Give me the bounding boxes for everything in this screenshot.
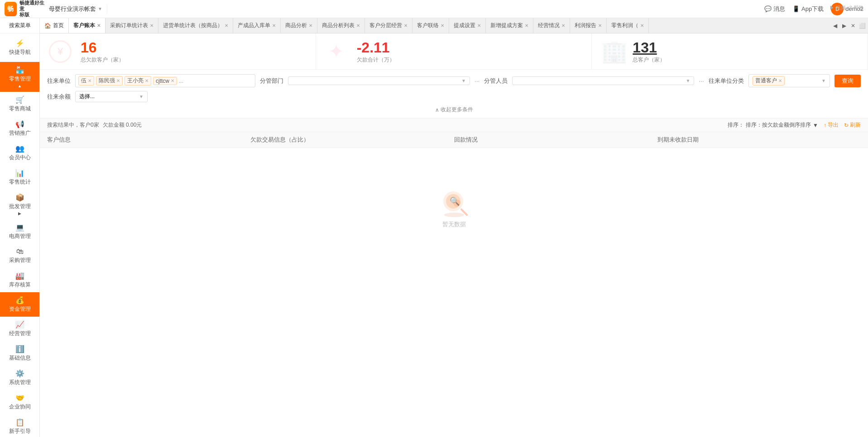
app-download-button[interactable]: 📱 App下载 — [792, 5, 824, 13]
account-selector[interactable]: 母婴行业演示帐套 ▼ — [44, 5, 107, 13]
tag-text: cjttcw — [156, 78, 169, 84]
tab-label: 商品分析列表 — [322, 22, 355, 29]
account-selector-text: 母婴行业演示帐套 — [49, 5, 96, 13]
tag-text: 普通客户 — [755, 77, 777, 85]
sidebar-item-label: 会员中心 — [9, 154, 31, 162]
tab-close-icon[interactable]: ✕ — [598, 23, 602, 28]
empty-state: 🔍 暂无数据 — [40, 148, 868, 265]
export-button[interactable]: ↑ 导出 — [824, 121, 839, 129]
tag-close-icon[interactable]: ✕ — [778, 78, 782, 83]
filter-tag-more[interactable]: ... — [179, 78, 183, 84]
sidebar-item-newbie[interactable]: 📋 新手引导 — [0, 414, 39, 437]
person-dots[interactable]: ··· — [699, 77, 704, 85]
retail-mgmt-icon: 🏪 — [15, 66, 24, 74]
sidebar-item-shortcut[interactable]: ⚡ 快捷导航 — [0, 35, 39, 60]
filter-tag-wu[interactable]: 伍 ✕ — [78, 76, 94, 86]
logo-area: 畅 畅捷通好生意 标版 — [5, 0, 44, 18]
total-customers-icon: 🏢 — [601, 39, 628, 64]
sidebar-item-basic[interactable]: ℹ️ 基础信息 — [0, 341, 39, 366]
tab-new-plan[interactable]: 新增提成方案 ✕ — [486, 18, 533, 33]
tab-close-icon[interactable]: ✕ — [97, 23, 101, 28]
tab-retail-profit[interactable]: 零售利润（ ✕ — [607, 18, 649, 33]
sidebar-item-retail-mgmt[interactable]: 🏪 零售管理 ▲ — [0, 62, 39, 92]
total-customers-text: 131 总客户（家） — [633, 39, 665, 64]
tab-purchase-stat[interactable]: 进货单统计表（按商品） ✕ — [158, 18, 233, 33]
tab-close-icon[interactable]: ✕ — [640, 23, 644, 28]
tab-close-icon[interactable]: ✕ — [477, 23, 481, 28]
tab-reminder[interactable]: 提成设置 ✕ — [449, 18, 486, 33]
retail-store-icon: 🛒 — [15, 95, 24, 104]
tab-accounts[interactable]: 客户账本 ✕ — [69, 18, 106, 33]
tab-goods-analysis[interactable]: 商品分析 ✕ — [281, 18, 317, 33]
chevron-down-icon: ▼ — [139, 94, 144, 99]
sidebar-item-purchase[interactable]: 🛍 采购管理 — [0, 244, 39, 268]
tag-close-icon[interactable]: ✕ — [171, 78, 174, 83]
tab-close-icon[interactable]: ✕ — [404, 23, 408, 28]
tab-customer-manage[interactable]: 客户分层经营 ✕ — [365, 18, 412, 33]
tab-goods-analysis-list[interactable]: 商品分析列表 ✕ — [317, 18, 365, 33]
tab-profit-report[interactable]: 利润报告 ✕ — [570, 18, 607, 33]
filter-tag-wang[interactable]: 王小亮 ✕ — [125, 76, 151, 86]
debt-amount-number: -2.11 — [357, 39, 395, 56]
sidebar-nav-shortcut[interactable]: ⚡ 快捷导航 — [0, 33, 39, 62]
tab-close-all-button[interactable]: ✕ — [849, 22, 857, 30]
sidebar-item-member[interactable]: 👥 会员中心 — [0, 141, 39, 165]
category-select[interactable]: 普通客户 ✕ ▼ — [748, 74, 830, 87]
tab-close-icon[interactable]: ✕ — [225, 23, 228, 28]
inventory-icon: 🏭 — [15, 271, 24, 280]
tab-home[interactable]: 🏠 首页 — [40, 18, 69, 33]
refresh-button[interactable]: ↻ 刷新 — [844, 121, 861, 129]
sidebar-item-system[interactable]: ⚙️ 系统管理 — [0, 366, 39, 390]
tab-close-icon[interactable]: ✕ — [561, 23, 565, 28]
export-icon: ↑ — [824, 122, 826, 128]
sidebar-item-finance[interactable]: 💰 资金管理 — [0, 292, 39, 317]
collapse-area: ∧ 收起更多条件 — [47, 106, 861, 114]
tab-close-icon[interactable]: ✕ — [309, 23, 312, 28]
tag-close-icon[interactable]: ✕ — [88, 78, 91, 83]
tab-next-button[interactable]: ▶ — [840, 22, 848, 30]
dept-dots[interactable]: ··· — [475, 77, 480, 85]
category-tag[interactable]: 普通客户 ✕ — [753, 76, 785, 86]
collapse-button[interactable]: ∧ 收起更多条件 — [435, 106, 473, 114]
sidebar-item-wholesale[interactable]: 📦 批发管理 ▶ — [0, 190, 39, 219]
empty-text: 暂无数据 — [442, 220, 466, 228]
col-header-customer: 客户信息 — [47, 136, 250, 144]
tab-close-icon[interactable]: ✕ — [441, 23, 444, 28]
sort-select[interactable]: 排序： 排序：按欠款金额倒序排序 ▼ — [728, 121, 818, 129]
tab-close-icon[interactable]: ✕ — [272, 23, 276, 28]
sidebar-item-retail-store[interactable]: 🛒 零售商城 — [0, 92, 39, 116]
unit-filter-tags[interactable]: 伍 ✕ 陈民强 ✕ 王小亮 ✕ — [75, 74, 255, 87]
sidebar-item-enterprise[interactable]: 🤝 企业协同 — [0, 390, 39, 414]
message-button[interactable]: 💬 消息 — [764, 5, 785, 13]
tab-purchase-order[interactable]: 采购订单统计表 ✕ — [106, 18, 158, 33]
person-select[interactable]: ▼ — [512, 76, 694, 85]
tab-close-icon[interactable]: ✕ — [525, 23, 528, 28]
tab-prev-button[interactable]: ◀ — [831, 22, 839, 30]
sidebar-item-ecommerce[interactable]: 💻 电商管理 — [0, 219, 39, 244]
sidebar-search[interactable]: 搜索菜单 — [0, 18, 39, 33]
tab-close-icon[interactable]: ✕ — [356, 23, 360, 28]
filter-tag-cjttcw[interactable]: cjttcw ✕ — [153, 77, 177, 85]
tab-maximize-button[interactable]: ⬜ — [858, 22, 866, 30]
balance-select[interactable]: 选择... ▼ — [75, 91, 148, 102]
unit-label: 往来单位 — [47, 77, 71, 85]
collapse-up-icon: ∧ — [435, 107, 439, 113]
tab-customer-contact[interactable]: 客户联络 ✕ — [412, 18, 449, 33]
tab-close-icon[interactable]: ✕ — [150, 23, 153, 28]
sidebar-item-operation[interactable]: 📈 经营管理 — [0, 317, 39, 341]
sidebar-item-label: 资金管理 — [9, 305, 31, 313]
tab-product-in[interactable]: 产成品入库单 ✕ — [233, 18, 281, 33]
sidebar-item-inventory[interactable]: 🏭 库存核算 — [0, 268, 39, 292]
sidebar-item-marketing[interactable]: 📢 营销推广 — [0, 116, 39, 141]
query-button[interactable]: 查询 — [834, 75, 861, 87]
tab-operation[interactable]: 经营情况 ✕ — [533, 18, 570, 33]
tag-text: 王小亮 — [127, 77, 144, 85]
ecommerce-icon: 💻 — [15, 223, 24, 232]
filter-tag-chen[interactable]: 陈民强 ✕ — [96, 76, 123, 86]
tag-close-icon[interactable]: ✕ — [116, 78, 120, 83]
tag-close-icon[interactable]: ✕ — [145, 78, 149, 83]
balance-label: 往来余额 — [47, 93, 71, 101]
sidebar-item-retail-stat[interactable]: 📊 零售统计 — [0, 165, 39, 190]
dept-select[interactable]: ▼ — [288, 76, 470, 85]
search-menu-label: 搜索菜单 — [3, 22, 37, 29]
